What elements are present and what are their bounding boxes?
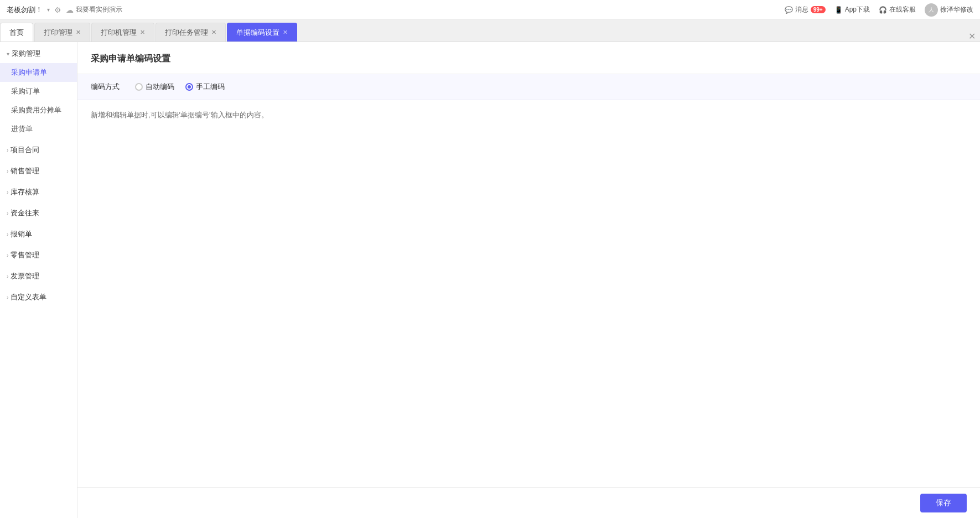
chevron-down-icon[interactable]: ▾ — [47, 7, 50, 13]
radio-group: 自动编码 手工编码 — [135, 82, 225, 92]
radio-auto-circle — [135, 83, 143, 91]
radio-auto-label: 自动编码 — [146, 82, 174, 92]
sidebar-item-purchase-request[interactable]: 采购申请单 — [0, 63, 77, 82]
content-header: 采购申请单编码设置 — [77, 42, 980, 74]
chevron-icon-invoice: › — [7, 273, 8, 279]
sidebar-section-header-capital[interactable]: › 资金往来 — [0, 204, 77, 222]
chevron-icon-expense: › — [7, 231, 8, 237]
sidebar-section-label-invoice: 发票管理 — [11, 271, 39, 281]
encoding-label: 编码方式 — [91, 82, 124, 92]
chevron-icon-inventory: › — [7, 189, 8, 195]
radio-manual-option[interactable]: 手工编码 — [185, 82, 225, 92]
window-close-button[interactable]: ✕ — [968, 31, 976, 42]
sidebar-section-header-inventory[interactable]: › 库存核算 — [0, 183, 77, 201]
chevron-icon-sales: › — [7, 168, 8, 174]
save-button[interactable]: 保存 — [920, 494, 967, 512]
message-badge: 99+ — [811, 6, 826, 13]
chevron-icon-project: › — [7, 147, 8, 153]
sidebar-section-capital: › 资金往来 — [0, 204, 77, 222]
online-service-label: 在线客服 — [889, 5, 916, 14]
app-download-button[interactable]: 📱 App下载 — [834, 5, 870, 14]
description-text: 新增和编辑单据时,可以编辑'单据编号'输入框中的内容。 — [91, 110, 967, 120]
sidebar-section-header-invoice[interactable]: › 发票管理 — [0, 267, 77, 286]
tab-print-task-label: 打印任务管理 — [165, 28, 208, 38]
user-profile[interactable]: 人 徐泽华修改 — [925, 3, 973, 17]
top-bar: 老板勿割！ ▾ 我要看实例演示 💬 消息 99+ 📱 App下载 🎧 在线客服 … — [0, 0, 980, 20]
tab-printer-mgmt[interactable]: 打印机管理 ✕ — [91, 23, 154, 42]
top-bar-left: 老板勿割！ ▾ 我要看实例演示 — [7, 5, 122, 15]
tab-print-task[interactable]: 打印任务管理 ✕ — [155, 23, 226, 42]
sidebar-section-project: › 项目合同 — [0, 141, 77, 159]
chevron-icon: ▾ — [7, 51, 9, 57]
tab-home-label: 首页 — [9, 28, 24, 38]
download-icon: 📱 — [834, 6, 843, 14]
sidebar-section-label-capital: 资金往来 — [11, 208, 39, 218]
sidebar-section-label-retail: 零售管理 — [11, 250, 39, 260]
chevron-icon-custom: › — [7, 294, 8, 301]
sidebar-section-label-sales: 销售管理 — [11, 166, 39, 176]
tab-home[interactable]: 首页 — [0, 23, 33, 42]
message-label: 消息 — [795, 5, 808, 14]
tab-print-mgmt-close[interactable]: ✕ — [76, 29, 81, 36]
gear-icon[interactable] — [54, 6, 61, 14]
user-name: 徐泽华修改 — [940, 5, 973, 14]
tab-printer-mgmt-close[interactable]: ✕ — [140, 29, 145, 36]
tab-single-code-label: 单据编码设置 — [236, 28, 279, 38]
tab-print-mgmt-label: 打印管理 — [44, 28, 72, 38]
sidebar-section-label-custom: 自定义表单 — [11, 292, 46, 302]
chevron-icon-retail: › — [7, 252, 8, 258]
footer-bar: 保存 — [77, 487, 980, 518]
radio-manual-label: 手工编码 — [196, 82, 225, 92]
tab-printer-mgmt-label: 打印机管理 — [101, 28, 137, 38]
brand-label: 老板勿割！ — [7, 5, 43, 15]
message-button[interactable]: 💬 消息 99+ — [785, 5, 826, 14]
chevron-icon-capital: › — [7, 210, 8, 216]
sidebar-section-expense: › 报销单 — [0, 225, 77, 244]
sidebar-item-goods-receipt[interactable]: 进货单 — [0, 120, 77, 138]
cloud-icon — [66, 6, 74, 14]
content-area: 采购申请单编码设置 编码方式 自动编码 手工编码 新增和编辑单据时,可以编辑'单… — [77, 42, 980, 518]
sidebar-item-purchase-order[interactable]: 采购订单 — [0, 82, 77, 101]
sidebar-section-inventory: › 库存核算 — [0, 183, 77, 201]
sidebar: ▾ 采购管理 采购申请单 采购订单 采购费用分摊单 进货单 › 项目合同 › 销… — [0, 42, 77, 518]
tab-print-task-close[interactable]: ✕ — [211, 29, 216, 36]
app-download-label: App下载 — [845, 5, 870, 14]
tab-single-code-close[interactable]: ✕ — [283, 29, 288, 36]
message-icon: 💬 — [785, 6, 793, 14]
sidebar-section-label-project: 项目合同 — [11, 145, 39, 155]
sidebar-item-purchase-expense[interactable]: 采购费用分摊单 — [0, 101, 77, 120]
sidebar-section-header-expense[interactable]: › 报销单 — [0, 225, 77, 244]
sidebar-section-label-purchase: 采购管理 — [12, 49, 40, 59]
tab-single-code[interactable]: 单据编码设置 ✕ — [227, 23, 297, 42]
sidebar-section-label-inventory: 库存核算 — [11, 187, 39, 197]
sidebar-section-purchase: ▾ 采购管理 采购申请单 采购订单 采购费用分摊单 进货单 — [0, 44, 77, 138]
radio-manual-circle — [185, 83, 193, 91]
avatar: 人 — [925, 3, 938, 17]
page-title: 采购申请单编码设置 — [91, 53, 967, 65]
demo-text: 我要看实例演示 — [76, 5, 122, 14]
sidebar-section-header-purchase[interactable]: ▾ 采购管理 — [0, 44, 77, 63]
encoding-row: 编码方式 自动编码 手工编码 — [77, 74, 980, 100]
tab-bar: 首页 打印管理 ✕ 打印机管理 ✕ 打印任务管理 ✕ 单据编码设置 ✕ ✕ — [0, 20, 980, 42]
top-bar-right: 💬 消息 99+ 📱 App下载 🎧 在线客服 人 徐泽华修改 — [785, 3, 973, 17]
sidebar-section-invoice: › 发票管理 — [0, 267, 77, 286]
main-layout: ▾ 采购管理 采购申请单 采购订单 采购费用分摊单 进货单 › 项目合同 › 销… — [0, 42, 980, 518]
sidebar-section-header-custom[interactable]: › 自定义表单 — [0, 288, 77, 307]
online-service-button[interactable]: 🎧 在线客服 — [879, 5, 916, 14]
sidebar-section-label-expense: 报销单 — [11, 229, 32, 239]
description-area: 新增和编辑单据时,可以编辑'单据编号'输入框中的内容。 — [77, 100, 980, 487]
service-icon: 🎧 — [879, 6, 887, 14]
sidebar-section-custom: › 自定义表单 — [0, 288, 77, 307]
sidebar-section-sales: › 销售管理 — [0, 162, 77, 180]
sidebar-section-header-retail[interactable]: › 零售管理 — [0, 246, 77, 265]
demo-link[interactable]: 我要看实例演示 — [66, 5, 122, 14]
sidebar-section-retail: › 零售管理 — [0, 246, 77, 265]
sidebar-section-header-project[interactable]: › 项目合同 — [0, 141, 77, 159]
radio-auto-option[interactable]: 自动编码 — [135, 82, 174, 92]
sidebar-section-header-sales[interactable]: › 销售管理 — [0, 162, 77, 180]
tab-print-mgmt[interactable]: 打印管理 ✕ — [34, 23, 90, 42]
